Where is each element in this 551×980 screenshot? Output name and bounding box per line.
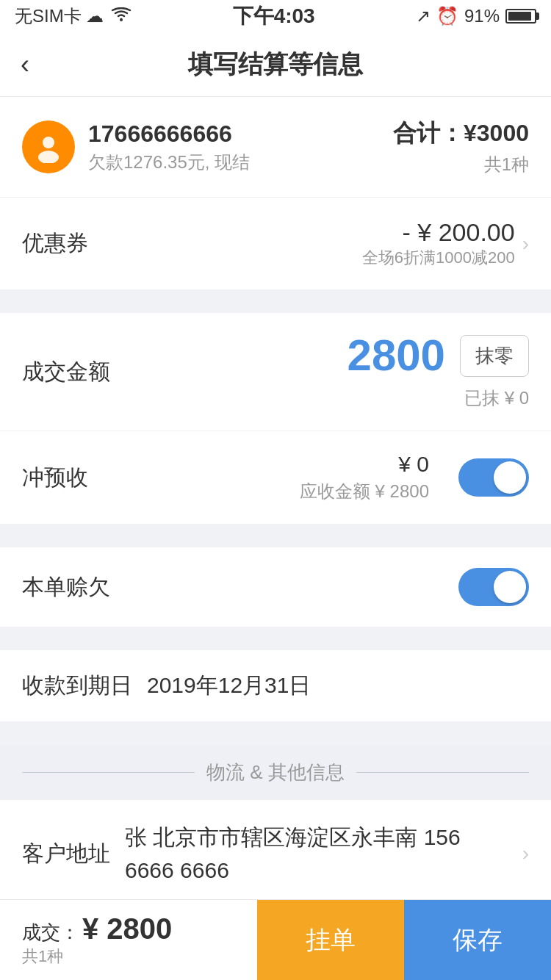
sim-label: 无SIM卡 ☁ — [15, 4, 104, 28]
address-chevron-icon: › — [522, 842, 529, 865]
coupon-right: - ¥ 200.00 全场6折满1000减200 › — [362, 218, 529, 269]
bottom-count: 共1种 — [22, 945, 235, 968]
address-value: 张 北京市市辖区海淀区永丰南 156 6666 6666 — [125, 821, 508, 887]
deal-amount-row: 成交金额 2800 抹零 已抹 ¥ 0 — [0, 313, 551, 431]
total-count: 共1种 — [393, 153, 529, 176]
due-date-value: 2019年12月31日 — [147, 671, 311, 701]
due-date-section: 收款到期日 2019年12月31日 — [0, 650, 551, 721]
location-icon: ↗ — [416, 6, 431, 26]
customer-row: 17666666666 欠款1276.35元, 现结 合计：¥3000 共1种 — [0, 97, 551, 197]
status-right: ↗ ⏰ 91% — [416, 6, 536, 26]
logistics-divider: 物流 & 其他信息 — [0, 745, 551, 800]
chongyu-row: 冲预收 ¥ 0 应收金额 ¥ 2800 — [0, 431, 551, 524]
chongyu-amount: ¥ 0 — [300, 452, 429, 477]
svg-point-0 — [120, 18, 123, 21]
battery-percent: 91% — [464, 6, 500, 26]
divider-3 — [0, 638, 551, 650]
address-label: 客户地址 — [22, 839, 110, 869]
coupon-amount: - ¥ 200.00 — [362, 218, 515, 247]
chongyu-info: ¥ 0 应收金额 ¥ 2800 — [300, 452, 429, 503]
chongyu-label: 冲预收 — [22, 463, 110, 493]
chongyu-sub: 应收金额 ¥ 2800 — [300, 480, 429, 503]
total-amount: 合计：¥3000 — [393, 118, 529, 150]
address-row[interactable]: 客户地址 张 北京市市辖区海淀区永丰南 156 6666 6666 › — [0, 800, 551, 907]
debt-section: 本单赊欠 — [0, 547, 551, 627]
nav-bar: ‹ 填写结算等信息 — [0, 32, 551, 97]
coupon-row[interactable]: 优惠券 - ¥ 200.00 全场6折满1000减200 › — [0, 197, 551, 289]
debt-label: 本单赊欠 — [22, 572, 110, 602]
bottom-deal-label: 成交： — [22, 920, 79, 945]
customer-info: 17666666666 欠款1276.35元, 现结 — [88, 120, 250, 174]
debt-row: 本单赊欠 — [0, 547, 551, 627]
save-button[interactable]: 保存 — [404, 900, 551, 981]
chongyu-right: ¥ 0 应收金额 ¥ 2800 — [300, 452, 529, 503]
deal-amount-label: 成交金额 — [22, 357, 110, 387]
debt-toggle[interactable] — [458, 568, 529, 606]
status-time: 下午4:03 — [233, 2, 315, 30]
status-left: 无SIM卡 ☁ — [15, 4, 132, 28]
divider-1 — [0, 301, 551, 313]
chongyu-toggle-knob — [494, 461, 526, 494]
round-off-button[interactable]: 抹零 — [460, 335, 529, 377]
due-date-row: 收款到期日 2019年12月31日 — [0, 650, 551, 721]
already-rounded: 已抹 ¥ 0 — [464, 386, 529, 410]
customer-right: 合计：¥3000 共1种 — [393, 118, 529, 176]
customer-sub-info: 欠款1276.35元, 现结 — [88, 151, 250, 174]
due-date-label: 收款到期日 — [22, 671, 132, 701]
customer-left: 17666666666 欠款1276.35元, 现结 — [22, 120, 250, 174]
divider-2 — [0, 536, 551, 547]
deal-amount-right: 2800 抹零 已抹 ¥ 0 — [347, 334, 529, 410]
logistics-text: 物流 & 其他信息 — [206, 760, 345, 785]
wifi-icon — [111, 6, 132, 26]
debt-toggle-knob — [494, 571, 526, 603]
svg-point-2 — [38, 151, 59, 163]
customer-section: 17666666666 欠款1276.35元, 现结 合计：¥3000 共1种 … — [0, 97, 551, 289]
bottom-bar: 成交： ¥ 2800 共1种 挂单 保存 — [0, 899, 551, 980]
customer-phone: 17666666666 — [88, 120, 250, 148]
back-button[interactable]: ‹ — [21, 49, 29, 80]
divider-4 — [0, 733, 551, 745]
deal-section: 成交金额 2800 抹零 已抹 ¥ 0 冲预收 ¥ 0 应收金额 ¥ 2800 — [0, 313, 551, 524]
pending-button[interactable]: 挂单 — [257, 900, 404, 981]
battery-icon — [505, 9, 536, 24]
address-section: 客户地址 张 北京市市辖区海淀区永丰南 156 6666 6666 › — [0, 800, 551, 907]
avatar — [22, 120, 75, 173]
coupon-chevron-icon: › — [522, 232, 529, 256]
chongyu-toggle[interactable] — [458, 458, 529, 497]
page-title: 填写结算等信息 — [188, 48, 363, 82]
bottom-deal-line: 成交： ¥ 2800 — [22, 912, 235, 945]
bottom-summary: 成交： ¥ 2800 共1种 — [0, 912, 257, 968]
logistics-line-left — [22, 772, 195, 773]
logistics-line-right — [356, 772, 529, 773]
coupon-desc: 全场6折满1000减200 — [362, 247, 515, 269]
bottom-deal-amount: ¥ 2800 — [82, 912, 172, 945]
coupon-label: 优惠券 — [22, 228, 88, 259]
svg-point-1 — [43, 137, 54, 148]
alarm-icon: ⏰ — [436, 6, 458, 26]
deal-amount-value: 2800 — [347, 334, 445, 378]
status-bar: 无SIM卡 ☁ 下午4:03 ↗ ⏰ 91% — [0, 0, 551, 32]
